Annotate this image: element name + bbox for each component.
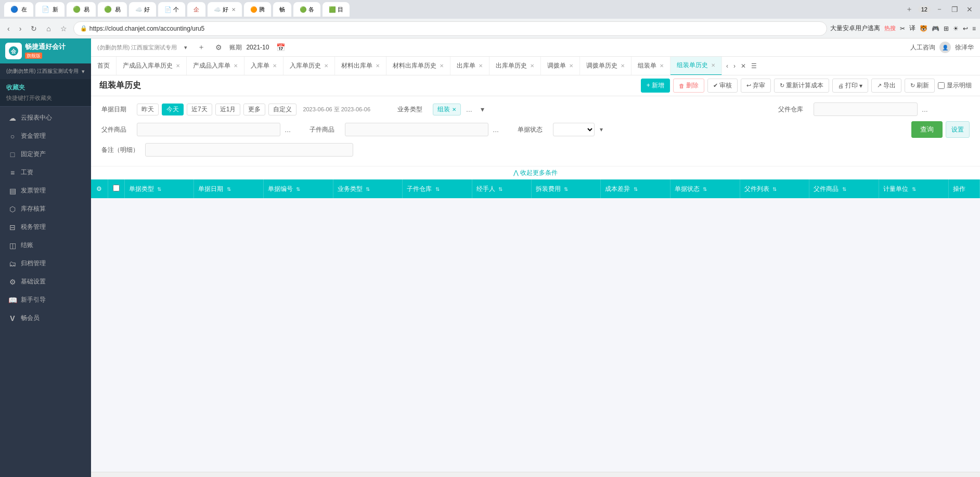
bill-status-dropdown-btn[interactable]: ▾	[597, 124, 606, 135]
abandon-btn[interactable]: ↩ 弃审	[741, 79, 771, 93]
browser-tab-10[interactable]: 畅	[273, 2, 291, 17]
tab-close[interactable]: ✕	[660, 63, 664, 69]
th-settings[interactable]: ⚙	[91, 179, 108, 198]
home-button[interactable]: ⌂	[43, 22, 54, 35]
sidebar-item-archive[interactable]: 🗂 归档管理	[0, 254, 91, 273]
toolbar-icon-translate[interactable]: 译	[909, 24, 915, 33]
query-btn[interactable]: 查询	[911, 121, 943, 138]
recalculate-btn[interactable]: ↻ 重新计算成本	[774, 79, 829, 93]
browser-tab-6[interactable]: 📄 个	[158, 2, 185, 17]
th-bill-no[interactable]: 单据编号 ⇅	[263, 179, 333, 198]
date-custom-btn[interactable]: 自定义	[268, 104, 296, 115]
tab-in-order[interactable]: 入库单 ✕	[244, 57, 283, 75]
tab-close[interactable]: ✕	[569, 63, 573, 69]
browser-tab-4[interactable]: 🟢 易	[98, 2, 127, 17]
th-disassembly-cost[interactable]: 拆装费用 ⇅	[531, 179, 601, 198]
browser-tab-2[interactable]: 📄 新	[35, 2, 65, 17]
toolbar-icon-emoji[interactable]: 🐯	[920, 25, 927, 32]
browser-minimize[interactable]: －	[933, 3, 946, 16]
tab-close[interactable]: ✕	[479, 63, 483, 69]
bottom-scrollbar[interactable]	[91, 472, 980, 477]
tab-production-in[interactable]: 产成品入库单 ✕	[187, 57, 244, 75]
remarks-input[interactable]	[145, 143, 353, 157]
browser-tab-9[interactable]: 🟠 腾	[244, 2, 271, 17]
delete-btn[interactable]: 🗑 删除	[673, 79, 704, 93]
tab-material-out-history[interactable]: 材料出库单历史 ✕	[386, 57, 450, 75]
tab-assembly-history[interactable]: 组装单历史 ✕	[670, 57, 722, 75]
toolbar-icon-brightness[interactable]: ☀	[953, 25, 959, 32]
browser-tab-1[interactable]: 🔵 在	[4, 2, 33, 17]
tab-transfer-history[interactable]: 调拨单历史 ✕	[580, 57, 631, 75]
tab-close[interactable]: ✕	[176, 63, 180, 69]
tab-close[interactable]: ✕	[530, 63, 534, 69]
tab-close[interactable]: ✕	[324, 63, 328, 69]
show-detail-checkbox[interactable]	[938, 82, 945, 89]
show-detail-toggle[interactable]: 显示明细	[938, 81, 972, 90]
settings-gear-btn[interactable]: ⚙	[212, 41, 225, 54]
tab-close[interactable]: ✕	[440, 63, 444, 69]
tab-close[interactable]: ✕	[621, 63, 625, 69]
browser-tab-11[interactable]: 🟢 各	[293, 2, 320, 17]
th-bill-date[interactable]: 单据日期 ⇅	[194, 179, 264, 198]
sidebar-item-salary[interactable]: ≡ 工资	[0, 163, 91, 182]
tab-out-order-history[interactable]: 出库单历史 ✕	[489, 57, 541, 75]
date-more-btn[interactable]: 更多	[243, 104, 265, 115]
new-tab-btn[interactable]: ＋	[902, 3, 916, 16]
th-child-warehouse[interactable]: 子件仓库 ⇅	[403, 179, 472, 198]
toolbar-icon-game[interactable]: 🎮	[932, 25, 939, 32]
date-7days-btn[interactable]: 近7天	[187, 104, 212, 115]
browser-tab-12[interactable]: 🟩 目	[323, 2, 350, 17]
bill-status-select[interactable]	[553, 123, 595, 136]
child-goods-more-btn[interactable]: ...	[491, 125, 501, 134]
sidebar-company[interactable]: (勿删勿禁用) 江西服宝测试专用 ▾	[0, 63, 91, 79]
sidebar-item-tax[interactable]: ⊟ 税务管理	[0, 218, 91, 236]
toolbar-icon-menu[interactable]: ≡	[972, 25, 976, 32]
business-type-dropdown-btn[interactable]: ▾	[478, 103, 487, 115]
nav-left-btn[interactable]: ‹	[724, 61, 730, 71]
tab-close[interactable]: ✕	[273, 63, 277, 69]
th-bill-status[interactable]: 单据状态 ⇅	[670, 179, 740, 198]
company-dropdown-btn[interactable]: ▾	[181, 42, 190, 53]
settings-filter-btn[interactable]: 设置	[946, 121, 970, 138]
browser-close[interactable]: ✕	[963, 3, 976, 16]
toolbar-icon-undo[interactable]: ↩	[963, 25, 968, 32]
sidebar-item-fixed-assets[interactable]: □ 固定资产	[0, 145, 91, 163]
business-type-more-btn[interactable]: ...	[464, 105, 474, 113]
tab-transfer[interactable]: 调拨单 ✕	[541, 57, 580, 75]
th-checkbox[interactable]	[108, 179, 124, 198]
sidebar-item-guide[interactable]: 📖 新手引导	[0, 291, 91, 309]
refresh-btn[interactable]: ↻ 刷新	[905, 79, 935, 93]
toolbar-icon-cut[interactable]: ✂	[900, 25, 905, 32]
tab-material-out[interactable]: 材料出库单 ✕	[335, 57, 386, 75]
tab-out-order[interactable]: 出库单 ✕	[450, 57, 489, 75]
collapse-filters-btn[interactable]: ⋀ 收起更多条件	[91, 166, 980, 179]
th-cost-diff[interactable]: 成本差异 ⇅	[601, 179, 670, 198]
browser-tab-3[interactable]: 🟢 易	[67, 2, 96, 17]
toolbar-icon-grid[interactable]: ⊞	[944, 25, 949, 32]
date-yesterday-btn[interactable]: 昨天	[137, 104, 159, 115]
parent-goods-more-btn[interactable]: ...	[282, 125, 293, 134]
sidebar-item-cloud-reports[interactable]: ☁ 云报表中心	[0, 109, 91, 127]
export-btn[interactable]: ↗ 导出	[871, 79, 901, 93]
th-bill-type[interactable]: 单据类型 ⇅	[124, 179, 194, 198]
sidebar-item-invoice[interactable]: ▤ 发票管理	[0, 182, 91, 200]
audit-btn[interactable]: ✔ 审核	[707, 79, 738, 93]
tab-assembly[interactable]: 组装单 ✕	[631, 57, 670, 75]
parent-warehouse-more-btn[interactable]: ...	[920, 105, 930, 113]
print-btn[interactable]: 🖨 打印 ▾	[832, 79, 868, 93]
sidebar-item-settlement[interactable]: ◫ 结账	[0, 236, 91, 254]
th-unit[interactable]: 计量单位 ⇅	[879, 179, 949, 198]
parent-warehouse-input[interactable]	[814, 102, 918, 116]
date-1month-btn[interactable]: 近1月	[215, 104, 241, 115]
tab-close[interactable]: ✕	[234, 63, 238, 69]
tab-close[interactable]: ✕	[376, 63, 380, 69]
browser-restore[interactable]: ❐	[948, 3, 961, 16]
sidebar-favorites[interactable]: 收藏夹 快捷键打开收藏夹	[0, 79, 91, 107]
bookmark-button[interactable]: ☆	[57, 22, 70, 35]
nav-close-tab-btn[interactable]: ✕	[739, 61, 748, 71]
child-goods-input[interactable]	[345, 123, 488, 136]
nav-more-btn[interactable]: ☰	[749, 61, 759, 71]
sidebar-item-vip[interactable]: V 畅会员	[0, 309, 91, 327]
browser-tab-5[interactable]: ☁️ 好	[129, 2, 156, 17]
parent-goods-input[interactable]	[137, 123, 280, 136]
